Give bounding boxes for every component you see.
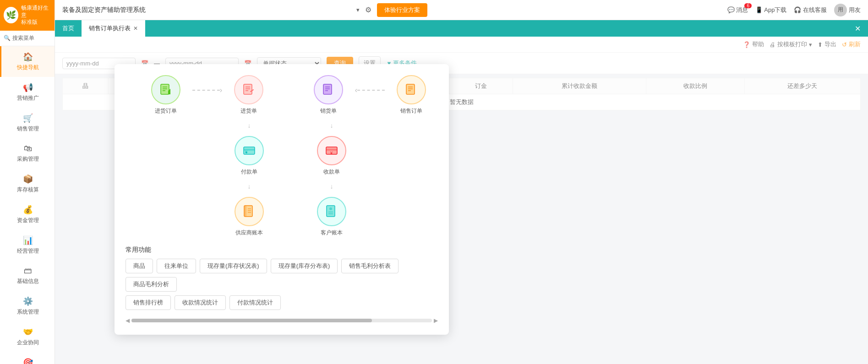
message-badge-container[interactable]: 💬 消息 6 <box>727 6 748 14</box>
func-btn-contacts[interactable]: 往来单位 <box>157 259 196 273</box>
sidebar-item-inventory[interactable]: 📦 库存核算 <box>0 168 55 199</box>
app-container: 🌿 畅康通好生意 标准版 🔍 搜索菜单 🏠 快捷导航 📢 营销推广 🛒 销售管理 <box>0 0 868 364</box>
sidebar-item-system[interactable]: ⚙️ 系统管理 <box>0 291 55 321</box>
common-functions-title: 常用功能 <box>126 246 438 254</box>
svg-point-29 <box>329 207 332 210</box>
info-icon: 🗃 <box>24 266 32 276</box>
home-icon: 🏠 <box>23 52 33 62</box>
sidebar-search[interactable]: 🔍 搜索菜单 <box>0 31 55 46</box>
sales-order-icon[interactable] <box>397 75 426 104</box>
sidebar-item-collab[interactable]: 🤝 企业协同 <box>0 321 55 352</box>
system-title: 装备及固定资产辅助管理系统 <box>62 6 351 14</box>
flow-item-purchase-order[interactable]: 进货订单 <box>139 75 192 115</box>
svg-rect-24 <box>244 206 246 217</box>
receipt-icon[interactable]: ¥ <box>317 136 346 165</box>
search-icon: 🔍 <box>4 35 11 41</box>
scrollbar-track[interactable] <box>131 319 432 322</box>
sidebar-item-purchase[interactable]: 🛍 采购管理 <box>0 138 55 168</box>
purchase-order-icon[interactable] <box>151 75 180 104</box>
topbar-right: 💬 消息 6 📱 App下载 🎧 在线客服 用 用友 <box>727 4 861 16</box>
sidebar-nav: 🏠 快捷导航 📢 营销推广 🛒 销售管理 🛍 采购管理 📦 库存核算 💰 <box>0 46 55 364</box>
tab-sales-order[interactable]: 销售订单执行表 ✕ <box>82 20 145 37</box>
customer-ledger-icon[interactable] <box>317 197 346 226</box>
flow-item-payment[interactable]: ¥ 付款单 <box>222 136 277 176</box>
flow-item-purchase[interactable]: 进货单 <box>222 75 275 115</box>
app-download[interactable]: 📱 App下载 <box>755 6 786 14</box>
func-btn-product-profit[interactable]: 商品毛利分析 <box>126 277 177 292</box>
main-content: 装备及固定资产辅助管理系统 ▾ ⚙ 体验行业方案 💬 消息 6 📱 App下载 … <box>55 0 868 364</box>
func-btns-row2: 销售排行榜 收款情况统计 付款情况统计 <box>126 295 438 310</box>
sidebar-item-guide[interactable]: 🎯 新手引导 <box>0 352 55 364</box>
scrollbar-thumb[interactable] <box>131 319 372 322</box>
user-info[interactable]: 用 用友 <box>834 4 861 16</box>
megaphone-icon: 📢 <box>23 82 33 92</box>
flow-item-receipt[interactable]: ¥ 收款单 <box>304 136 359 176</box>
purchase-label: 进货单 <box>240 107 257 115</box>
sidebar-item-marketing[interactable]: 📢 营销推广 <box>0 77 55 108</box>
online-service[interactable]: 🎧 在线客服 <box>794 6 827 14</box>
func-btn-sales-rank[interactable]: 销售排行榜 <box>126 295 171 310</box>
svg-rect-12 <box>406 84 415 94</box>
gear-icon[interactable]: ⚙ <box>365 5 371 14</box>
supplier-ledger-label: 供应商账本 <box>235 229 263 237</box>
system-dropdown[interactable]: ▾ <box>356 6 360 13</box>
handshake-icon: 🤝 <box>23 327 33 337</box>
modal-scrollbar: ◀ ▶ <box>126 317 438 324</box>
svg-rect-28 <box>327 206 335 217</box>
common-functions: 常用功能 商品 往来单位 现存量(库存状况表) 现存量(库存分布表) 销售毛利分… <box>126 246 438 310</box>
func-btn-stock-dist[interactable]: 现存量(库存分布表) <box>271 259 338 273</box>
download-icon: 📱 <box>755 6 763 13</box>
func-btn-receipt-stats[interactable]: 收款情况统计 <box>175 295 226 310</box>
page-content: ❓ 帮助 🖨 按模板打印 ▾ ⬆ 导出 ↺ 刷新 <box>55 37 868 364</box>
logo-text: 畅康通好生意 标准版 <box>21 5 51 26</box>
supplier-ledger-icon[interactable] <box>235 197 264 226</box>
payment-label: 付款单 <box>241 168 257 176</box>
flow-item-customer-ledger[interactable]: 客户账本 <box>304 197 359 237</box>
window-close-btn[interactable]: ✕ <box>847 24 868 33</box>
receipt-label: 收款单 <box>323 168 340 176</box>
headset-icon: 🎧 <box>794 6 801 13</box>
sales-label: 销货单 <box>320 107 337 115</box>
tab-close-icon[interactable]: ✕ <box>133 25 138 32</box>
purchase-order-label: 进货订单 <box>155 107 177 115</box>
customer-ledger-label: 客户账本 <box>321 229 343 237</box>
func-btn-stock-status[interactable]: 现存量(库存状况表) <box>200 259 267 273</box>
func-btn-payment-stats[interactable]: 付款情况统计 <box>229 295 281 310</box>
flow-diagram: 进货订单 › 进货单 <box>126 75 438 237</box>
settings-icon: ⚙️ <box>23 296 33 306</box>
sales-order-label: 销售订单 <box>400 107 422 115</box>
func-btn-product[interactable]: 商品 <box>126 259 153 273</box>
money-icon: 💰 <box>23 205 33 215</box>
flow-item-sales[interactable]: 销货单 <box>302 75 355 115</box>
sidebar-item-operations[interactable]: 📊 经营管理 <box>0 230 55 261</box>
svg-text:¥: ¥ <box>245 150 248 154</box>
flow-item-sales-order[interactable]: 销售订单 <box>385 75 438 115</box>
func-btns-row1: 商品 往来单位 现存量(库存状况表) 现存量(库存分布表) 销售毛利分析表 商品… <box>126 259 438 292</box>
chevron-down-icon: ▾ <box>356 6 360 13</box>
svg-rect-0 <box>161 84 169 94</box>
sales-icon[interactable] <box>314 75 343 104</box>
scroll-left-btn[interactable]: ◀ <box>126 317 130 324</box>
svg-text:¥: ¥ <box>330 151 333 155</box>
flow-item-supplier-ledger[interactable]: 供应商账本 <box>222 197 277 237</box>
payment-icon[interactable]: ¥ <box>235 136 264 165</box>
sidebar: 🌿 畅康通好生意 标准版 🔍 搜索菜单 🏠 快捷导航 📢 营销推广 🛒 销售管理 <box>0 0 55 364</box>
tabbar: 首页 销售订单执行表 ✕ ✕ <box>55 20 868 37</box>
experience-btn[interactable]: 体验行业方案 <box>377 3 427 17</box>
modal: 进货订单 › 进货单 <box>115 64 449 335</box>
tab-home[interactable]: 首页 <box>55 20 82 37</box>
bag-icon: 🛍 <box>24 144 32 153</box>
sidebar-item-sales[interactable]: 🛒 销售管理 <box>0 108 55 138</box>
avatar: 用 <box>834 4 847 16</box>
sidebar-item-basic-info[interactable]: 🗃 基础信息 <box>0 261 55 291</box>
chart-icon: 📊 <box>23 235 33 245</box>
sidebar-item-quick-nav[interactable]: 🏠 快捷导航 <box>0 46 55 77</box>
sidebar-logo[interactable]: 🌿 畅康通好生意 标准版 <box>0 0 55 31</box>
svg-rect-4 <box>244 84 252 94</box>
func-btn-profit-analysis[interactable]: 销售毛利分析表 <box>341 259 399 273</box>
scroll-right-btn[interactable]: ▶ <box>434 317 438 324</box>
message-icon: 💬 <box>727 6 735 13</box>
box-icon: 📦 <box>23 174 33 184</box>
purchase-icon[interactable] <box>234 75 263 104</box>
sidebar-item-finance[interactable]: 💰 资金管理 <box>0 199 55 230</box>
